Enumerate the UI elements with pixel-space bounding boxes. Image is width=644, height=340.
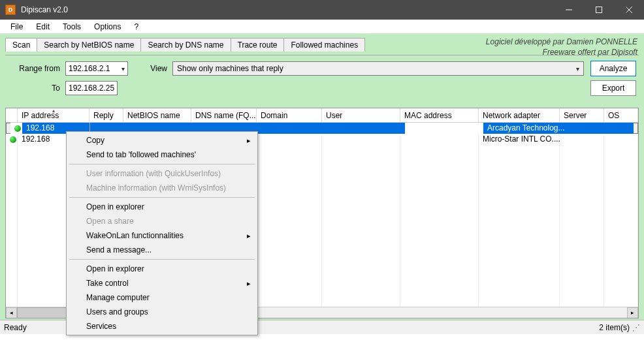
to-label: To	[8, 84, 65, 93]
ctx-users-groups[interactable]: Users and groups	[68, 305, 256, 319]
tab-trace[interactable]: Trace route	[231, 38, 285, 52]
ctx-open-share: Open a share	[68, 214, 256, 228]
ctx-take-control[interactable]: Take control	[68, 276, 256, 290]
ctx-send-tab[interactable]: Send to tab 'followed machines'	[68, 147, 256, 162]
chevron-down-icon: ▾	[576, 65, 579, 72]
separator	[69, 259, 255, 260]
tab-followed[interactable]: Followed machines	[284, 38, 365, 52]
status-dot-icon	[14, 125, 21, 132]
separator	[69, 197, 255, 198]
range-from-label: Range from	[8, 64, 65, 73]
ctx-open-explorer-2[interactable]: Open in explorer	[68, 262, 256, 276]
menu-edit[interactable]: Edit	[29, 21, 56, 33]
col-mac[interactable]: MAC address	[400, 108, 479, 122]
view-label: View	[146, 64, 172, 73]
chevron-down-icon: ▾	[121, 65, 125, 72]
col-reply[interactable]: Reply	[89, 108, 123, 122]
analyze-button[interactable]: Analyze	[590, 61, 636, 76]
scroll-left-icon[interactable]: ◂	[6, 307, 17, 318]
separator	[69, 164, 255, 164]
app-icon: D	[5, 5, 16, 15]
ctx-open-explorer[interactable]: Open in explorer	[68, 200, 256, 214]
credit-text: Logiciel développé par Damien PONNELLE F…	[486, 37, 637, 57]
menu-bar: File Edit Tools Options ?	[0, 20, 644, 34]
col-dns[interactable]: DNS name (FQ...	[191, 108, 257, 122]
range-from-input[interactable]: 192.168.2.1▾	[65, 61, 128, 76]
menu-options[interactable]: Options	[88, 21, 127, 33]
ctx-user-info: User information (with QuickUserInfos)	[68, 166, 256, 181]
grid-header: ▴IP address Reply NetBIOS name DNS name …	[6, 108, 638, 123]
ctx-services[interactable]: Services	[68, 319, 256, 333]
maximize-button[interactable]	[584, 0, 614, 20]
menu-tools[interactable]: Tools	[56, 21, 88, 33]
col-netbios[interactable]: NetBIOS name	[123, 108, 191, 122]
ctx-send-message[interactable]: Send a message...	[68, 243, 256, 257]
col-ip[interactable]: ▴IP address	[18, 108, 89, 122]
resize-grip-icon[interactable]: ⋰	[630, 323, 640, 332]
range-to-input[interactable]	[65, 81, 118, 95]
view-select[interactable]: Show only machines that reply▾	[172, 61, 584, 76]
title-bar: D Dipiscan v2.0	[0, 0, 644, 20]
tab-netbios[interactable]: Search by NetBIOS name	[37, 38, 141, 52]
ctx-manage-computer[interactable]: Manage computer	[68, 290, 256, 305]
status-ready: Ready	[4, 323, 27, 332]
status-count: 2 item(s)	[599, 323, 630, 332]
minimize-button[interactable]	[554, 0, 584, 20]
scan-panel: Logiciel développé par Damien PONNELLE F…	[0, 34, 644, 108]
svg-rect-1	[596, 7, 602, 13]
tab-body: Range from 192.168.2.1▾ View Show only m…	[5, 55, 639, 102]
tab-scan[interactable]: Scan	[5, 38, 37, 52]
ctx-wakeonlan[interactable]: WakeOnLan functionnalities	[68, 228, 256, 243]
menu-file[interactable]: File	[4, 21, 29, 33]
ctx-copy[interactable]: Copy	[68, 133, 256, 147]
window-title: Dipiscan v2.0	[21, 5, 554, 14]
col-domain[interactable]: Domain	[257, 108, 322, 122]
menu-help[interactable]: ?	[127, 21, 145, 33]
tab-dns[interactable]: Search by DNS name	[141, 38, 231, 52]
scroll-right-icon[interactable]: ▸	[627, 307, 638, 318]
close-button[interactable]	[614, 0, 644, 20]
col-os[interactable]: OS	[604, 108, 638, 122]
ctx-machine-info: Machine information (with WmiSysInfos)	[68, 181, 256, 195]
col-adapter[interactable]: Network adapter	[479, 108, 560, 122]
col-status[interactable]	[6, 108, 18, 122]
export-button[interactable]: Export	[590, 80, 636, 96]
col-server[interactable]: Server	[560, 108, 604, 122]
context-menu: Copy Send to tab 'followed machines' Use…	[66, 131, 258, 335]
status-dot-icon	[10, 136, 16, 143]
col-user[interactable]: User	[322, 108, 400, 122]
